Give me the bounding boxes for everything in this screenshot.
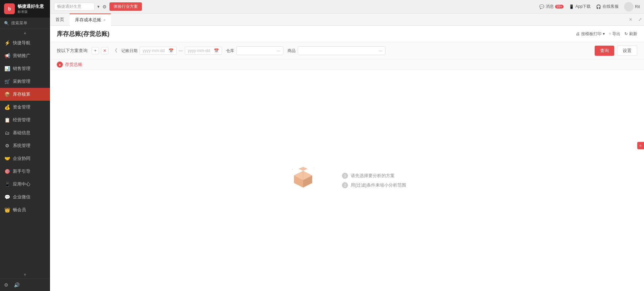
sidebar-item-app-center[interactable]: 📱 应用中心 bbox=[0, 178, 50, 191]
sub-filter: ● 存货总账 bbox=[50, 59, 644, 70]
phone-icon: 📱 bbox=[569, 4, 574, 9]
breadcrumb-input[interactable]: 畅捷通好生意 bbox=[54, 3, 95, 10]
goods-field: 商品 ··· bbox=[288, 46, 386, 55]
svg-point-7 bbox=[314, 167, 315, 168]
sidebar-item-label: 系统管理 bbox=[13, 143, 30, 149]
sidebar-item-finance[interactable]: 💰 资金管理 bbox=[0, 101, 50, 114]
warehouse-select[interactable]: ··· bbox=[236, 46, 283, 55]
export-icon: ↑ bbox=[609, 31, 611, 36]
date-start-input[interactable]: yyyy-mm-dd 📅 bbox=[140, 47, 177, 55]
tip-num-2: 2 bbox=[342, 182, 348, 188]
sidebar-item-label: 新手引导 bbox=[13, 168, 30, 174]
purchase-icon: 🛒 bbox=[4, 79, 10, 84]
sidebar-item-label: 应用中心 bbox=[13, 181, 30, 187]
sidebar-item-basic-info[interactable]: 🗂 基础信息 bbox=[0, 126, 50, 139]
settings-top-icon[interactable]: ⚙ bbox=[102, 4, 107, 9]
sidebar-item-member[interactable]: 👑 畅会员 bbox=[0, 203, 50, 216]
chevron-down-icon[interactable]: ▾ bbox=[97, 4, 100, 9]
enterprise-icon: 🤝 bbox=[4, 156, 10, 161]
goods-label: 商品 bbox=[288, 48, 296, 54]
messages-badge: 99+ bbox=[555, 5, 564, 8]
scheme-item[interactable]: ● 存货总账 bbox=[57, 62, 82, 68]
tip-1-text: 请先选择要分析的方案 bbox=[351, 173, 395, 179]
sidebar-item-enterprise[interactable]: 🤝 企业协同 bbox=[0, 152, 50, 165]
page-title: 库存总账(存货总账) bbox=[57, 30, 109, 38]
empty-state: 1 请先选择要分析的方案 2 用[过滤]条件来缩小分析范围 bbox=[50, 70, 644, 291]
filter-actions: + ✕ bbox=[92, 47, 108, 54]
query-btn[interactable]: 查询 bbox=[595, 46, 614, 56]
collapse-btn[interactable]: 《 bbox=[113, 48, 117, 54]
empty-tips: 1 请先选择要分析的方案 2 用[过滤]条件来缩小分析范围 bbox=[342, 173, 406, 188]
sidebar-item-wechat[interactable]: 💬 企业微信 bbox=[0, 191, 50, 203]
sidebar-item-label: 畅会员 bbox=[13, 207, 26, 213]
calendar-end-icon: 📅 bbox=[214, 48, 219, 53]
sidebar-item-marketing[interactable]: 📢 营销推广 bbox=[0, 49, 50, 62]
date-end-input[interactable]: yyyy-mm-dd 📅 bbox=[185, 47, 222, 55]
remove-filter-btn[interactable]: ✕ bbox=[101, 47, 108, 54]
svg-point-6 bbox=[292, 169, 293, 170]
tab-bar: 首页 库存成本总账 × × ⤢ bbox=[50, 14, 644, 26]
app-download-btn[interactable]: 📱 App下载 bbox=[569, 4, 591, 9]
tab-close-btn[interactable]: × bbox=[103, 18, 105, 22]
print-label: 按模板打印 bbox=[581, 31, 601, 37]
tab-expand-btn[interactable]: ⤢ bbox=[636, 17, 644, 22]
industry-btn[interactable]: 体验行业方案 bbox=[109, 2, 142, 11]
sidebar-item-purchase[interactable]: 🛒 采购管理 bbox=[0, 75, 50, 88]
messages-btn[interactable]: 💬 消息 99+ bbox=[539, 4, 564, 9]
sidebar-item-label: 采购管理 bbox=[13, 78, 30, 84]
svg-marker-4 bbox=[299, 167, 308, 171]
online-support-btn[interactable]: 🎧 在线客服 bbox=[596, 4, 619, 9]
warehouse-more-icon[interactable]: ··· bbox=[276, 48, 280, 53]
operations-icon: 📋 bbox=[4, 117, 10, 123]
filter-fields: 记账日期 yyyy-mm-dd 📅 — yyyy-mm-dd 📅 仓库 bbox=[121, 46, 591, 55]
export-btn[interactable]: ↑ 导出 bbox=[609, 31, 620, 37]
sidebar-item-label: 资金管理 bbox=[13, 104, 30, 110]
message-icon: 💬 bbox=[539, 4, 544, 9]
date-field: 记账日期 yyyy-mm-dd 📅 — yyyy-mm-dd 📅 bbox=[121, 47, 222, 55]
right-panel-tab[interactable]: ≡ bbox=[637, 142, 644, 149]
home-tab-label: 首页 bbox=[55, 17, 64, 23]
sidebar-item-guide[interactable]: 🎯 新手引导 bbox=[0, 165, 50, 178]
sidebar-item-system[interactable]: ⚙ 系统管理 bbox=[0, 139, 50, 152]
scroll-up[interactable]: ▲ bbox=[0, 29, 50, 37]
scroll-down[interactable]: ▼ bbox=[0, 271, 50, 278]
search-menu-label: 搜索菜单 bbox=[11, 20, 27, 26]
filter-settings-btn[interactable]: 设置 bbox=[617, 46, 637, 56]
app-version: 标准版 bbox=[18, 9, 44, 14]
tab-bar-close-btn[interactable]: × bbox=[625, 17, 636, 23]
goods-more-icon[interactable]: ··· bbox=[378, 48, 382, 53]
sidebar-item-label: 销售管理 bbox=[13, 66, 30, 72]
app-center-icon: 📱 bbox=[4, 181, 10, 187]
search-icon: 🔍 bbox=[4, 21, 9, 26]
empty-illustration bbox=[288, 160, 328, 201]
settings-footer-icon[interactable]: ⚙ bbox=[4, 282, 8, 288]
date-separator: — bbox=[179, 48, 183, 53]
tab-inventory-ledger[interactable]: 库存成本总账 × bbox=[70, 14, 111, 26]
breadcrumb-text: 畅捷通好生意 bbox=[57, 4, 81, 9]
filter-label: 按以下方案查询 bbox=[57, 48, 88, 54]
app-name: 畅捷通好生意 bbox=[18, 4, 44, 9]
date-label: 记账日期 bbox=[121, 48, 138, 54]
audio-footer-icon[interactable]: 🔊 bbox=[14, 282, 20, 288]
goods-select[interactable]: ··· bbox=[298, 46, 386, 55]
sidebar-item-quick-nav[interactable]: ⚡ 快捷导航 bbox=[0, 37, 50, 49]
user-menu[interactable]: Rit bbox=[624, 2, 640, 11]
sidebar-item-inventory[interactable]: 📦 库存核算 bbox=[0, 88, 50, 101]
print-chevron: ▾ bbox=[603, 31, 605, 36]
scheme-label: 存货总账 bbox=[65, 62, 82, 68]
tab-home[interactable]: 首页 bbox=[50, 14, 70, 26]
user-avatar bbox=[624, 2, 634, 11]
print-btn[interactable]: 🖨 按模板打印 ▾ bbox=[576, 31, 605, 37]
date-end-placeholder: yyyy-mm-dd bbox=[188, 48, 210, 53]
add-filter-btn[interactable]: + bbox=[92, 47, 99, 54]
refresh-btn[interactable]: ↻ 刷新 bbox=[624, 31, 637, 37]
headset-icon: 🎧 bbox=[596, 4, 601, 9]
search-menu[interactable]: 🔍 搜索菜单 bbox=[0, 18, 50, 29]
sidebar-footer: ⚙ 🔊 bbox=[0, 278, 50, 291]
filter-bar: 按以下方案查询 + ✕ 《 记账日期 yyyy-mm-dd 📅 — yyyy-m… bbox=[50, 42, 644, 59]
sidebar-item-label: 企业微信 bbox=[13, 194, 30, 200]
sidebar-item-sales[interactable]: 📊 销售管理 bbox=[0, 62, 50, 75]
finance-icon: 💰 bbox=[4, 104, 10, 110]
member-icon: 👑 bbox=[4, 207, 10, 213]
sidebar-item-operations[interactable]: 📋 经营管理 bbox=[0, 114, 50, 126]
